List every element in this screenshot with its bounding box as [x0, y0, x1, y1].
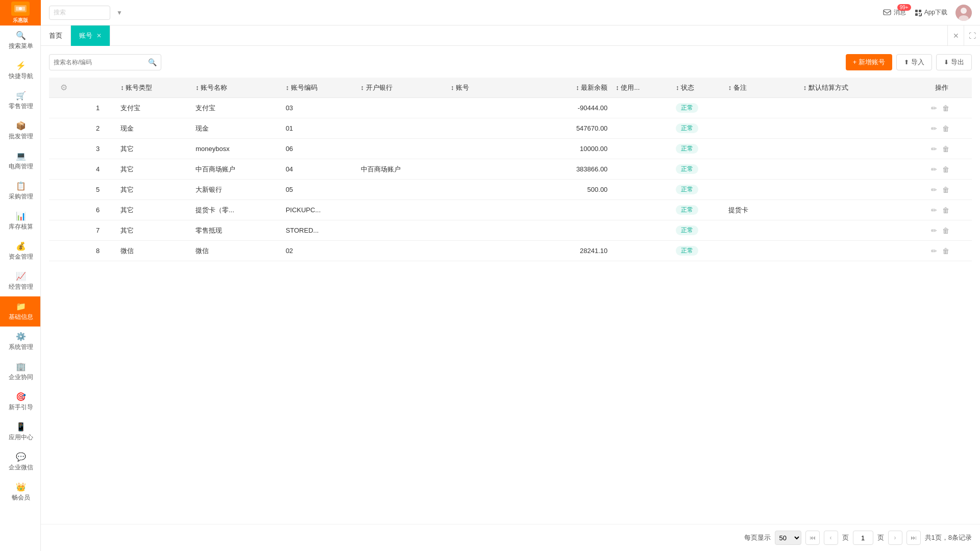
sidebar-item-wholesale[interactable]: 📦 批发管理 — [0, 116, 40, 146]
tab-close-icon[interactable]: ✕ — [96, 32, 102, 39]
row-type-1: 现金 — [116, 118, 191, 139]
edit-button-3[interactable]: ✏ — [931, 165, 937, 173]
sidebar-item-retail-label: 零售管理 — [9, 102, 33, 111]
sidebar-item-retail[interactable]: 🛒 零售管理 — [0, 86, 40, 116]
delete-button-2[interactable]: 🗑 — [942, 145, 949, 153]
row-account-5 — [447, 200, 522, 220]
row-note-3 — [724, 159, 799, 180]
row-status-2: 正常 — [672, 139, 724, 159]
company-icon: 🏢 — [16, 362, 26, 371]
edit-button-7[interactable]: ✏ — [931, 247, 937, 255]
tab-close-button[interactable]: ✕ — [947, 26, 964, 46]
edit-button-1[interactable]: ✏ — [931, 124, 937, 133]
sidebar-item-quick[interactable]: ⚡ 快捷导航 — [0, 56, 40, 86]
system-icon: ⚙️ — [16, 332, 26, 341]
edit-button-5[interactable]: ✏ — [931, 206, 937, 214]
basic-icon: 📁 — [16, 302, 26, 311]
svg-point-11 — [961, 8, 967, 14]
row-use-0 — [611, 98, 672, 118]
sidebar-item-system[interactable]: ⚙️ 系统管理 — [0, 327, 40, 357]
col-use-header[interactable]: ↕ 使用... — [611, 78, 672, 98]
edit-button-6[interactable]: ✏ — [931, 227, 937, 235]
avatar-image — [955, 5, 972, 21]
row-status-6: 正常 — [672, 220, 724, 241]
tab-home[interactable]: 首页 — [41, 26, 71, 46]
sidebar-item-guide[interactable]: 🎯 新手引导 — [0, 387, 40, 417]
delete-button-1[interactable]: 🗑 — [942, 124, 949, 133]
svg-rect-9 — [919, 15, 921, 16]
delete-button-3[interactable]: 🗑 — [942, 165, 949, 173]
delete-button-7[interactable]: 🗑 — [942, 247, 949, 255]
delete-button-5[interactable]: 🗑 — [942, 206, 949, 214]
sidebar-item-basic[interactable]: 📁 基础信息 — [0, 296, 40, 327]
edit-button-2[interactable]: ✏ — [931, 145, 937, 153]
sidebar-item-finance[interactable]: 💰 资金管理 — [0, 236, 40, 266]
sidebar-item-member[interactable]: 👑 畅会员 — [0, 477, 40, 507]
sidebar-item-wechat[interactable]: 💬 企业微信 — [0, 447, 40, 477]
add-account-button[interactable]: + 新增账号 — [846, 54, 892, 70]
topbar-search[interactable]: 搜索 — [49, 6, 110, 20]
row-num-4: 5 — [79, 180, 116, 200]
edit-button-0[interactable]: ✏ — [931, 104, 937, 112]
col-code-header[interactable]: ↕ 账号编码 — [282, 78, 357, 98]
topbar-right: 消息 99+ App下载 — [883, 5, 972, 21]
col-status-header[interactable]: ↕ 状态 — [672, 78, 724, 98]
logo-icon — [11, 2, 30, 16]
sidebar-item-purchase[interactable]: 📋 采购管理 — [0, 176, 40, 206]
sidebar-item-operation[interactable]: 📈 经营管理 — [0, 266, 40, 296]
delete-button-6[interactable]: 🗑 — [942, 227, 949, 235]
row-code-4: 05 — [282, 180, 357, 200]
export-button[interactable]: ⬇ 导出 — [936, 54, 972, 70]
edit-button-4[interactable]: ✏ — [931, 186, 937, 194]
search-box[interactable]: 🔍 — [49, 54, 161, 70]
row-bank-0 — [357, 98, 447, 118]
row-balance-6 — [522, 220, 611, 241]
first-page-button[interactable]: ⏮ — [805, 531, 820, 545]
delete-button-4[interactable]: 🗑 — [942, 186, 949, 194]
message-button[interactable]: 消息 99+ — [883, 8, 906, 17]
sidebar-item-quick-label: 快捷导航 — [9, 72, 33, 81]
sidebar-item-inventory[interactable]: 📊 库存核算 — [0, 206, 40, 236]
search-input[interactable] — [54, 59, 148, 66]
table-settings-icon[interactable]: ⚙ — [60, 83, 67, 92]
col-note-header[interactable]: ↕ 备注 — [724, 78, 799, 98]
tab-maximize-button[interactable]: ⛶ — [964, 26, 980, 46]
app-download-button[interactable]: App下载 — [914, 8, 947, 17]
col-balance-header[interactable]: ↕ 最新余额 — [522, 78, 611, 98]
logo-sub: 乐惠版 — [13, 17, 28, 24]
quick-icon: ⚡ — [16, 61, 26, 70]
next-page-button[interactable]: › — [888, 531, 902, 545]
col-bank-header[interactable]: ↕ 开户银行 — [357, 78, 447, 98]
row-code-2: 06 — [282, 139, 357, 159]
sidebar-item-appcenter[interactable]: 📱 应用中心 — [0, 417, 40, 447]
page-input[interactable] — [853, 531, 873, 545]
col-account-header[interactable]: ↕ 账号 — [447, 78, 522, 98]
topbar-expand-icon[interactable]: ▼ — [116, 9, 122, 16]
svg-point-2 — [19, 7, 22, 10]
row-default-1 — [799, 118, 912, 139]
row-actions-6: ✏ 🗑 — [912, 220, 972, 241]
sidebar-item-ecommerce-label: 电商管理 — [9, 162, 33, 171]
row-type-0: 支付宝 — [116, 98, 191, 118]
col-type-header[interactable]: ↕ 账号类型 — [116, 78, 191, 98]
col-default-header[interactable]: ↕ 默认结算方式 — [799, 78, 912, 98]
user-avatar[interactable] — [955, 5, 972, 21]
prev-page-button[interactable]: ‹ — [824, 531, 838, 545]
col-name-header[interactable]: ↕ 账号名称 — [191, 78, 281, 98]
table-row: 5 其它 大新银行 05 500.00 正常 ✏ 🗑 — [49, 180, 972, 200]
import-button[interactable]: ⬆ 导入 — [896, 54, 932, 70]
delete-button-0[interactable]: 🗑 — [942, 104, 949, 112]
sidebar-item-search[interactable]: 🔍 搜索菜单 — [0, 26, 40, 56]
row-name-5: 提货卡（零... — [191, 200, 281, 220]
last-page-button[interactable]: ⏭ — [906, 531, 921, 545]
row-status-0: 正常 — [672, 98, 724, 118]
row-num-0: 1 — [79, 98, 116, 118]
sidebar-item-ecommerce[interactable]: 💻 电商管理 — [0, 146, 40, 176]
ecommerce-icon: 💻 — [16, 151, 26, 161]
per-page-select[interactable]: 50 20 100 — [775, 531, 801, 545]
row-actions-1: ✏ 🗑 — [912, 118, 972, 139]
sidebar-item-company[interactable]: 🏢 企业协同 — [0, 357, 40, 387]
page-content: 🔍 + 新增账号 ⬆ 导入 ⬇ 导出 — [41, 46, 980, 524]
row-num-7: 8 — [79, 241, 116, 261]
tab-account[interactable]: 账号 ✕ — [71, 26, 110, 46]
